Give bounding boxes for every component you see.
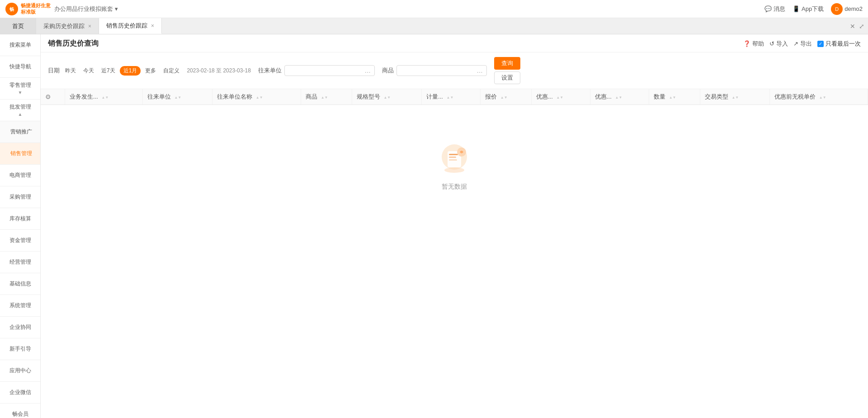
date-btn-1month[interactable]: 近1月 [120,66,141,76]
only-last-checkbox-label[interactable]: ✓ 只看最后一次 [817,40,861,48]
sidebar-member-label: 畅会员 [12,411,28,418]
tab-fullscreen-icon[interactable]: ⤢ [859,23,864,30]
sidebar-purchase-label: 采购管理 [9,194,31,201]
header-row: ⚙ 业务发生... ▲▼ 往来单位 ▲▼ 往来单位名称 ▲▼ [41,89,868,105]
empty-state: 暂无数据 [41,105,868,227]
sidebar-item-retail[interactable]: 零售管理 ▼ [0,78,40,100]
help-icon: ❓ [743,40,750,47]
avatar: D [831,3,843,15]
tab-purchase-history[interactable]: 采购历史价跟踪 × [36,18,99,34]
wholesale-submenu: 营销推广 销售管理 [0,121,40,165]
tab-bar: 首页 采购历史价跟踪 × 销售历史价跟踪 × ✕ ⤢ [0,18,868,34]
tab-close-all-icon[interactable]: ✕ [850,23,855,30]
tab-purchase-history-close[interactable]: × [88,23,91,29]
product-input[interactable]: ... [396,65,487,76]
logo[interactable]: 畅 畅捷通好生意 标准版 [5,3,51,15]
app-title: 办公用品行业模拟账套 [54,5,113,13]
retail-arrow-icon: ▼ [18,90,23,95]
sort-icon-product: ▲▼ [321,96,328,100]
export-btn[interactable]: ↗ 导出 [793,40,812,48]
sidebar-item-ecommerce[interactable]: 电商管理 [0,165,40,186]
sidebar-item-enterprise[interactable]: 企业协同 [0,317,40,338]
date-btn-custom[interactable]: 自定义 [160,66,182,76]
sidebar-system-label: 系统管理 [9,302,31,309]
col-settings[interactable]: ⚙ [41,89,65,105]
col-spec[interactable]: 规格型号 ▲▼ [352,89,421,105]
page-header: 销售历史价查询 ❓ 帮助 ↺ 导入 ↗ 导出 ✓ 只 [41,34,868,52]
counterpart-filter-group: 往来单位 ... [258,65,375,76]
sidebar-item-marketing[interactable]: 营销推广 [0,121,40,143]
table-container: ⚙ 业务发生... ▲▼ 往来单位 ▲▼ 往来单位名称 ▲▼ [41,89,868,418]
sidebar-sales-mgmt-label: 销售管理 [10,150,32,157]
sidebar-guide-label: 新手引导 [9,346,31,353]
counterpart-input-dots: ... [364,66,370,75]
sidebar-item-member[interactable]: 畅会员 [0,404,40,418]
sort-icon-discount1: ▲▼ [556,96,563,100]
col-pre-tax-price[interactable]: 优惠前无税单价 ▲▼ [770,89,868,105]
svg-rect-7 [449,159,457,161]
sidebar-item-system[interactable]: 系统管理 [0,295,40,317]
sidebar-enterprise-label: 企业协同 [9,324,31,331]
only-last-checkbox[interactable]: ✓ [817,41,824,47]
sort-icon-counterpart-name: ▲▼ [256,96,263,100]
date-filter-group: 日期 昨天 今天 近7天 近1月 更多 自定义 2023-02-18 至 202… [48,66,251,76]
user-action[interactable]: D demo2 [831,3,863,15]
column-settings-icon[interactable]: ⚙ [45,93,51,100]
col-quantity[interactable]: 数量 ▲▼ [649,89,700,105]
col-business-date[interactable]: 业务发生... ▲▼ [65,89,143,105]
date-buttons: 昨天 今天 近7天 近1月 更多 自定义 [62,66,182,76]
phone-icon: 📱 [793,5,800,12]
date-btn-7days[interactable]: 近7天 [99,66,118,76]
sidebar-item-operations[interactable]: 经营管理 [0,252,40,273]
col-counterpart-code[interactable]: 往来单位 ▲▼ [142,89,212,105]
app-download-action[interactable]: 📱 App下载 [793,5,824,13]
tab-bar-right: ✕ ⤢ [850,23,864,30]
sidebar-item-app-center[interactable]: 应用中心 [0,360,40,382]
sort-icon-business-date: ▲▼ [102,96,109,100]
tab-sales-history-close[interactable]: × [151,23,154,29]
sidebar-item-purchase[interactable]: 采购管理 [0,186,40,208]
message-action[interactable]: 💬 消息 [764,5,785,13]
sort-icon-discount2: ▲▼ [615,96,622,100]
col-discount2[interactable]: 优惠... ▲▼ [590,89,649,105]
dropdown-icon: ▾ [115,5,118,12]
sort-icon-quoted-price: ▲▼ [500,96,508,100]
sidebar-search-menu-label: 搜索菜单 [9,42,31,49]
help-btn[interactable]: ❓ 帮助 [743,40,764,48]
page-actions: ❓ 帮助 ↺ 导入 ↗ 导出 ✓ 只看最后一次 [743,40,861,48]
col-discount1[interactable]: 优惠... ▲▼ [531,89,590,105]
sidebar-item-sales-mgmt[interactable]: 销售管理 [0,143,40,165]
sidebar-wholesale-label: 批发管理 [9,104,31,111]
import-icon: ↺ [769,40,774,47]
sidebar-item-inventory[interactable]: 库存核算 [0,208,40,230]
sidebar-item-search-menu[interactable]: 搜索菜单 [0,34,40,56]
sidebar-item-wholesale[interactable]: 批发管理 ▲ [0,100,40,121]
col-quoted-price[interactable]: 报价 ▲▼ [481,89,532,105]
top-header: 畅 畅捷通好生意 标准版 办公用品行业模拟账套 ▾ 💬 消息 📱 App下载 D… [0,0,868,18]
col-trade-type[interactable]: 交易类型 ▲▼ [700,89,769,105]
date-range-display: 2023-02-18 至 2023-03-18 [187,67,250,75]
import-btn[interactable]: ↺ 导入 [769,40,788,48]
query-button[interactable]: 查询 [494,57,520,70]
col-unit[interactable]: 计量... ▲▼ [422,89,481,105]
tab-home[interactable]: 首页 [0,18,36,34]
setting-button[interactable]: 设置 [494,71,520,84]
counterpart-input[interactable]: ... [284,65,375,76]
sidebar-app-center-label: 应用中心 [9,367,31,375]
col-product[interactable]: 商品 ▲▼ [301,89,352,105]
col-counterpart-name[interactable]: 往来单位名称 ▲▼ [212,89,301,105]
data-table: ⚙ 业务发生... ▲▼ 往来单位 ▲▼ 往来单位名称 ▲▼ [41,89,868,227]
date-btn-yesterday[interactable]: 昨天 [62,66,79,76]
sidebar-item-quick-nav[interactable]: 快捷导航 [0,56,40,78]
app-title-dropdown[interactable]: 办公用品行业模拟账套 ▾ [54,5,118,13]
date-btn-today[interactable]: 今天 [80,66,97,76]
sidebar-item-wechat[interactable]: 企业微信 [0,382,40,404]
sidebar-item-finance[interactable]: 资金管理 [0,230,40,252]
svg-rect-5 [449,154,458,155]
tab-sales-history[interactable]: 销售历史价跟踪 × [99,18,162,34]
date-btn-more[interactable]: 更多 [142,66,159,76]
sidebar-item-basic-info[interactable]: 基础信息 [0,273,40,295]
product-input-dots: ... [476,66,482,75]
sidebar-item-guide[interactable]: 新手引导 [0,338,40,360]
header-left: 畅 畅捷通好生意 标准版 办公用品行业模拟账套 ▾ [5,3,118,15]
